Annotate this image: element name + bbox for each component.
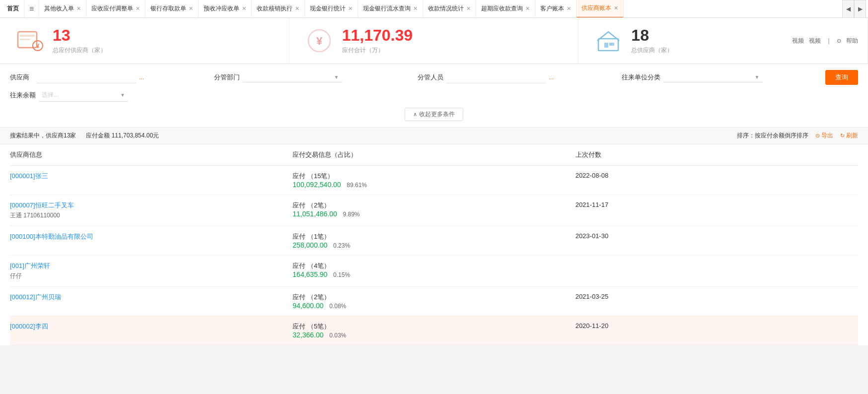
ap-amount-link[interactable]: 32,366.00: [292, 331, 323, 339]
supplier-link[interactable]: [000100]本特勤油品有限公司: [10, 233, 93, 240]
table-row: [000007]恒旺二手叉车 王通 17106110000 应付 （2笔） 11…: [10, 195, 858, 226]
supplier-link[interactable]: [001]广州荣轩: [10, 262, 50, 269]
summary-card-ap-suppliers: ¥ 13 总应付供应商（家）: [0, 18, 289, 64]
ap-amount-link[interactable]: 258,000.00: [292, 241, 327, 249]
person-ellipsis[interactable]: ...: [549, 74, 554, 81]
collapse-filters-button[interactable]: ∧ 收起更多条件: [405, 108, 463, 121]
supplier-link[interactable]: [000012]广州贝瑞: [10, 293, 61, 301]
supplier-ellipsis[interactable]: ...: [139, 74, 144, 81]
supplier-filter-label: 供应商: [10, 73, 34, 82]
help-label[interactable]: 帮助: [846, 37, 858, 45]
category-filter-label: 往来单位分类: [622, 73, 660, 82]
close-collection-icon[interactable]: ✕: [295, 5, 299, 12]
ap-cell: 应付 （15笔） 100,092,540.00 89.61%: [292, 172, 575, 189]
close-other-income-icon[interactable]: ✕: [76, 5, 81, 12]
refresh-label: 刷新: [846, 131, 858, 140]
nav-other-income-label: 其他收入单: [44, 4, 74, 13]
nav-cash-flow[interactable]: 现金银行流水查询 ✕: [358, 0, 423, 18]
supplier-link[interactable]: [000007]恒旺二手叉车: [10, 201, 74, 209]
filter-row-1: 供应商 ... 分管部门 ▼ 分管人员 ... 往来单位分类 ▼ 查询: [10, 70, 858, 85]
nav-collection[interactable]: 收款核销执行 ✕: [252, 0, 305, 18]
supplier-filter-input[interactable]: [37, 72, 136, 83]
close-cash-flow-icon[interactable]: ✕: [413, 5, 418, 12]
balance-filter-select[interactable]: 选择... ▼: [39, 89, 128, 102]
nav-collection-label: 收款核销执行: [257, 4, 292, 13]
ap-amount-link[interactable]: 94,600.00: [292, 302, 323, 310]
close-supplier-ledger-icon[interactable]: ✕: [614, 5, 618, 11]
supplier-filter-group: 供应商 ...: [10, 72, 206, 83]
results-actions: 排序：按应付余额倒序排序 ⊙ 导出 ↻ 刷新: [737, 131, 858, 140]
ap-label-row: 应付 （2笔）: [292, 293, 575, 302]
nav-cash-flow-label: 现金银行流水查询: [363, 4, 411, 13]
refresh-button[interactable]: ↻ 刷新: [840, 131, 858, 140]
ap-count: （15笔）: [307, 172, 334, 180]
department-filter-select[interactable]: ▼: [243, 72, 342, 82]
supplier-cell: [000012]广州贝瑞: [10, 293, 292, 302]
ap-amount-row: 164,635.90 0.15%: [292, 270, 575, 278]
nav-overdue[interactable]: 超期应收款查询 ✕: [476, 0, 535, 18]
svg-rect-9: [609, 43, 614, 46]
svg-text:¥: ¥: [36, 43, 40, 50]
supplier-cell: [001]广州荣轩 仔仔: [10, 262, 292, 280]
ap-amount-link[interactable]: 164,635.90: [292, 270, 327, 278]
card2-number: 11,170.39: [342, 27, 413, 44]
table-row: [000100]本特勤油品有限公司 应付 （1笔） 258,000.00 0.2…: [10, 226, 858, 256]
ap-label-row: 应付 （2笔）: [292, 201, 575, 210]
video-link[interactable]: 视频: [792, 37, 804, 45]
person-filter-group: 分管人员 ...: [418, 72, 614, 83]
nav-menu-icon[interactable]: ≡: [24, 0, 39, 18]
ap-label: 应付: [292, 172, 305, 180]
nav-prepay[interactable]: 预收冲应收单 ✕: [199, 0, 252, 18]
nav-collection-stat[interactable]: 收款情况统计 ✕: [423, 0, 476, 18]
export-label: 导出: [821, 131, 833, 140]
ap-amount-link[interactable]: 11,051,486.00: [292, 210, 337, 218]
ap-amount-link[interactable]: 100,092,540.00: [292, 181, 341, 189]
person-filter-input[interactable]: [446, 72, 546, 83]
last-pay-date: 2021-11-17: [576, 201, 609, 208]
video-label[interactable]: 视频: [809, 37, 821, 45]
ap-amount-row: 258,000.00 0.23%: [292, 241, 575, 249]
nav-bank-deposit[interactable]: 银行存取款单 ✕: [145, 0, 199, 18]
nav-home[interactable]: 首页: [2, 0, 24, 18]
card2-label: 应付合计（万）: [342, 46, 413, 55]
nav-other-income[interactable]: 其他收入单 ✕: [39, 0, 86, 18]
col-last-pay: 上次付数: [576, 150, 858, 159]
card3-label: 总供应商（家）: [631, 46, 673, 55]
nav-supplier-ledger-label: 供应商账本: [581, 4, 611, 12]
close-prepay-icon[interactable]: ✕: [242, 5, 246, 12]
close-ar-adjust-icon[interactable]: ✕: [136, 5, 140, 12]
ap-pct: 89.61%: [347, 182, 367, 189]
export-button[interactable]: ⊙ 导出: [815, 131, 833, 140]
help-icon: ⊙: [837, 38, 841, 44]
close-cash-bank-stat-icon[interactable]: ✕: [348, 5, 353, 12]
ap-cell: 应付 （2笔） 11,051,486.00 9.89%: [292, 201, 575, 218]
nav-prev-arrow[interactable]: ◀: [842, 0, 854, 18]
ap-label: 应付: [292, 323, 305, 330]
supplier-cell: [000001]张三: [10, 172, 292, 181]
supplier-cell: [000100]本特勤油品有限公司: [10, 232, 292, 241]
ap-pct: 0.23%: [333, 242, 350, 249]
nav-home-label: 首页: [7, 4, 19, 13]
supplier-link[interactable]: [000001]张三: [10, 172, 48, 180]
ap-count: （5笔）: [307, 323, 330, 330]
category-filter-group: 往来单位分类 ▼: [622, 72, 818, 82]
summary-card-total-ap: ¥ 11,170.39 应付合计（万）: [289, 18, 579, 64]
category-filter-select[interactable]: ▼: [663, 72, 763, 82]
last-pay-date: 2022-08-08: [576, 172, 609, 179]
card1-content: 13 总应付供应商（家）: [53, 27, 106, 55]
nav-next-arrow[interactable]: ▶: [854, 0, 866, 18]
query-button[interactable]: 查询: [825, 70, 858, 85]
nav-cash-bank-stat[interactable]: 现金银行统计 ✕: [305, 0, 358, 18]
close-bank-deposit-icon[interactable]: ✕: [189, 5, 193, 12]
nav-supplier-ledger[interactable]: 供应商账本 ✕: [577, 0, 624, 18]
supplier-link[interactable]: [000002]李四: [10, 323, 48, 330]
nav-ar-adjust[interactable]: 应收应付调整单 ✕: [86, 0, 145, 18]
table-row: [001]广州荣轩 仔仔 应付 （4笔） 164,635.90 0.15%: [10, 256, 858, 287]
close-overdue-icon[interactable]: ✕: [525, 5, 530, 12]
nav-arrows: ◀ ▶: [842, 0, 866, 18]
balance-filter-group: 往来余额 选择... ▼: [10, 89, 169, 102]
close-collection-stat-icon[interactable]: ✕: [466, 5, 471, 12]
nav-customer-ledger[interactable]: 客户账本 ✕: [535, 0, 577, 18]
close-customer-ledger-icon[interactable]: ✕: [567, 5, 571, 12]
sort-label[interactable]: 排序：按应付余额倒序排序: [737, 131, 808, 140]
